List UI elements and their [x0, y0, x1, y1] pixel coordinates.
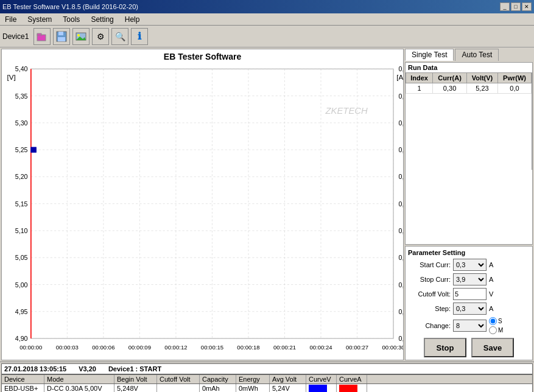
- param-setting-label: Parameter Setting: [408, 249, 530, 256]
- header-begin-volt: Begin Volt: [114, 375, 157, 383]
- menu-bar: File System Tools Setting Help: [0, 13, 534, 26]
- svg-text:5,10: 5,10: [15, 228, 28, 234]
- cell-curr: 0,30: [433, 83, 467, 94]
- radio-m[interactable]: [489, 326, 497, 334]
- header-capacity: Capacity: [200, 375, 236, 383]
- image-button[interactable]: [72, 28, 90, 45]
- settings-button[interactable]: ⚙: [92, 28, 109, 45]
- svg-text:00:00:27: 00:00:27: [346, 344, 368, 351]
- change-row: Change: 8 10 15 S M: [408, 317, 530, 334]
- svg-rect-1: [37, 33, 41, 35]
- chart-area: EB Tester Software: [1, 49, 404, 360]
- row-curvea: [337, 384, 367, 392]
- row-avg-volt: 5,24V: [270, 384, 306, 392]
- cell-volt: 5,23: [466, 83, 497, 94]
- cell-index: 1: [406, 83, 433, 94]
- step-label: Step:: [408, 305, 451, 312]
- run-data-table: Index Curr(A) Volt(V) Pwr(W) 10,305,230,…: [406, 72, 532, 94]
- svg-text:00:00:03: 00:00:03: [56, 344, 79, 351]
- row-begin-volt: 5,248V: [114, 384, 157, 392]
- menu-file[interactable]: File: [2, 14, 19, 25]
- stop-curr-select[interactable]: 3,9 3,0 2,0: [453, 273, 487, 285]
- svg-rect-4: [58, 37, 65, 41]
- svg-text:5,40: 5,40: [15, 66, 28, 73]
- tabs: Single Test Auto Test: [405, 49, 533, 61]
- change-select[interactable]: 8 10 15: [453, 320, 487, 332]
- status-info: 27.01.2018 13:05:15 V3,20 Device1 : STAR…: [1, 363, 533, 374]
- menu-setting[interactable]: Setting: [88, 14, 116, 25]
- svg-text:0,15: 0,15: [399, 254, 403, 261]
- svg-rect-3: [58, 32, 63, 35]
- window-controls: _ □ ✕: [500, 2, 532, 11]
- cell-pwr: 0,0: [498, 83, 532, 94]
- step-select[interactable]: 0,3 0,5 1,0: [453, 303, 487, 315]
- header-curvev: CurveV: [306, 375, 337, 383]
- save-button[interactable]: Save: [471, 338, 514, 357]
- radio-s[interactable]: [489, 317, 497, 325]
- col-pwr: Pwr(W): [498, 73, 532, 83]
- right-panel: Single Test Auto Test Run Data Index Cur…: [405, 49, 533, 360]
- svg-text:0,10: 0,10: [399, 282, 403, 289]
- start-curr-select[interactable]: 0,3 0,5 1,0: [453, 259, 487, 271]
- tab-single-test[interactable]: Single Test: [405, 49, 454, 61]
- svg-text:0,00: 0,00: [399, 335, 403, 342]
- chart-svg: 5,40 5,35 5,30 5,25 5,20 5,15 5,10 5,05 …: [2, 64, 403, 359]
- svg-text:00:00:15: 00:00:15: [201, 344, 223, 351]
- open-button[interactable]: [33, 28, 51, 45]
- header-curvea: CurveA: [337, 375, 367, 383]
- svg-text:00:00:24: 00:00:24: [309, 344, 332, 351]
- maximize-button[interactable]: □: [511, 2, 521, 11]
- stop-button[interactable]: Stop: [424, 338, 466, 357]
- svg-text:00:00:18: 00:00:18: [237, 344, 259, 351]
- device-table-header: Device Mode Begin Volt Cutoff Volt Capac…: [1, 374, 533, 384]
- svg-text:0,40: 0,40: [399, 120, 403, 127]
- row-capacity: 0mAh: [200, 384, 236, 392]
- stop-curr-label: Stop Curr:: [408, 276, 451, 283]
- svg-rect-69: [31, 147, 37, 152]
- step-unit: A: [489, 305, 493, 312]
- run-data-table-scroll[interactable]: Index Curr(A) Volt(V) Pwr(W) 10,305,230,…: [406, 72, 532, 170]
- svg-text:0,05: 0,05: [399, 309, 403, 315]
- search-button[interactable]: 🔍: [111, 28, 128, 45]
- menu-tools[interactable]: Tools: [60, 14, 82, 25]
- svg-text:4,90: 4,90: [15, 335, 28, 342]
- svg-text:5,15: 5,15: [15, 201, 28, 208]
- svg-text:5,20: 5,20: [15, 174, 28, 181]
- status-device: Device1 : START: [108, 365, 161, 373]
- stop-curr-row: Stop Curr: 3,9 3,0 2,0 A: [408, 273, 530, 285]
- svg-text:00:00:00: 00:00:00: [19, 344, 42, 351]
- menu-system[interactable]: System: [25, 14, 54, 25]
- window-title: EB Tester Software V1.8.5 (Build 2016-02…: [2, 3, 138, 10]
- menu-help[interactable]: Help: [122, 14, 142, 25]
- chart-inner: 5,40 5,35 5,30 5,25 5,20 5,15 5,10 5,05 …: [2, 64, 403, 359]
- svg-text:5,30: 5,30: [15, 120, 28, 127]
- minimize-button[interactable]: _: [500, 2, 510, 11]
- curvea-color-swatch: [339, 385, 357, 392]
- svg-text:0,35: 0,35: [399, 147, 403, 153]
- cutoff-volt-row: Cutoff Volt: V: [408, 288, 530, 300]
- radio-group: S M: [489, 317, 503, 334]
- close-button[interactable]: ✕: [522, 2, 532, 11]
- svg-text:5,00: 5,00: [15, 282, 28, 289]
- step-row: Step: 0,3 0,5 1,0 A: [408, 303, 530, 315]
- panel-content: Run Data Index Curr(A) Volt(V) Pwr(W) 10…: [405, 62, 533, 245]
- cutoff-volt-unit: V: [489, 290, 493, 298]
- svg-text:5,35: 5,35: [15, 93, 28, 100]
- svg-point-6: [77, 34, 80, 37]
- tab-auto-test[interactable]: Auto Test: [455, 49, 499, 61]
- svg-text:00:00:21: 00:00:21: [273, 344, 296, 351]
- toolbar: Device1 ⚙ 🔍 ℹ: [0, 26, 534, 47]
- radio-m-row: M: [489, 326, 503, 334]
- col-curr: Curr(A): [433, 73, 467, 83]
- save-toolbar-button[interactable]: [53, 28, 70, 45]
- run-data-label: Run Data: [406, 63, 532, 72]
- header-device: Device: [2, 375, 44, 383]
- status-bar: 27.01.2018 13:05:15 V3,20 Device1 : STAR…: [0, 362, 534, 392]
- info-button[interactable]: ℹ: [131, 28, 148, 45]
- svg-text:[A]: [A]: [396, 74, 403, 81]
- svg-text:00:00:30: 00:00:30: [382, 344, 403, 351]
- svg-text:00:00:12: 00:00:12: [164, 344, 187, 351]
- cutoff-volt-input[interactable]: [453, 288, 487, 300]
- cutoff-volt-label: Cutoff Volt:: [408, 290, 451, 298]
- main-content: EB Tester Software: [0, 47, 534, 362]
